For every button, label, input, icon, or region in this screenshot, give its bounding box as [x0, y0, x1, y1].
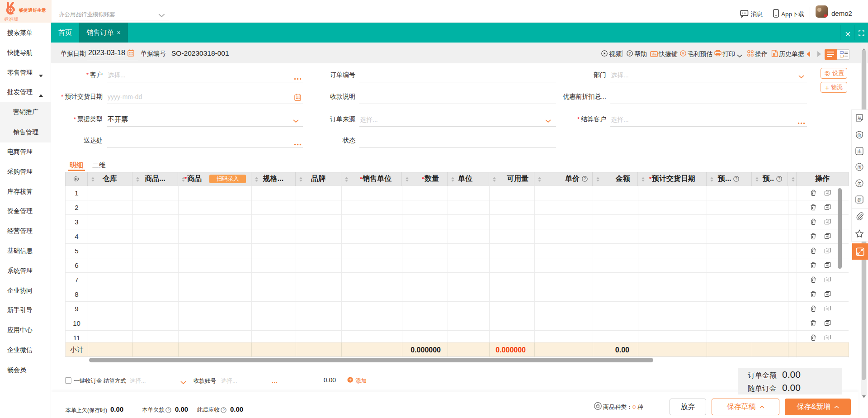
svg-text:库: 库 — [857, 149, 862, 154]
svg-text:?: ? — [167, 408, 170, 412]
svg-text:?: ? — [628, 51, 631, 56]
svg-text:¥: ¥ — [681, 51, 684, 56]
svg-text:草: 草 — [857, 116, 862, 121]
svg-text:?: ? — [735, 176, 737, 181]
svg-text:欠: 欠 — [857, 181, 862, 186]
svg-text:?: ? — [778, 176, 780, 181]
svg-text:?: ? — [222, 408, 225, 412]
svg-text:?: ? — [584, 176, 586, 181]
svg-text:价: 价 — [857, 133, 862, 138]
svg-text:券: 券 — [857, 197, 862, 202]
svg-text:历: 历 — [857, 165, 862, 170]
